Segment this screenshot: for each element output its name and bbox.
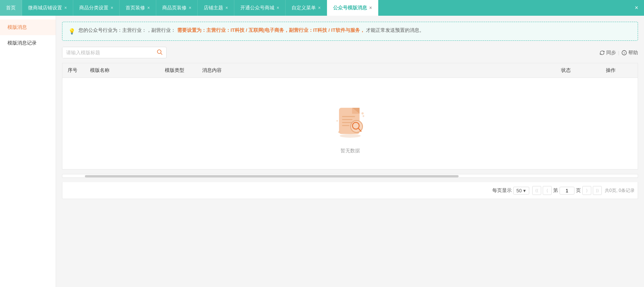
close-tab-product-decor[interactable]: ×	[189, 5, 191, 10]
col-header-action: 操作	[601, 63, 638, 78]
search-box	[62, 47, 167, 58]
help-button[interactable]: ? 帮助	[622, 49, 638, 56]
col-header-index: 序号	[62, 63, 85, 78]
first-page-button[interactable]: ⟨⟨	[532, 186, 541, 195]
prev-page-button[interactable]: ⟨	[543, 186, 552, 195]
tab-product-decor[interactable]: 商品页装修 ×	[156, 0, 198, 16]
notice-banner: 💡 您的公众号行业为：主营行业：，副营行业： 需要设置为：主营行业：IT科技 /…	[62, 22, 638, 41]
sidebar: 模版消息 模版消息记录	[0, 16, 56, 287]
tab-open-mall[interactable]: 开通公众号商城 ×	[234, 0, 286, 16]
table-header-row: 序号 模版名称 模版类型 消息内容 状态 操作	[62, 63, 638, 78]
tab-home[interactable]: 首页	[0, 0, 22, 16]
tab-store-theme[interactable]: 店铺主题 ×	[198, 0, 234, 16]
toolbar-row: 同步 | ? 帮助	[62, 47, 638, 58]
empty-state: 暂无数据	[62, 78, 638, 169]
data-table: 序号 模版名称 模版类型 消息内容 状态 操作	[62, 63, 638, 170]
tab-store-settings[interactable]: 微商城店铺设置 ×	[22, 0, 73, 16]
tab-custom-menu[interactable]: 自定义菜单 ×	[286, 0, 327, 16]
tab-category-settings[interactable]: 商品分类设置 ×	[73, 0, 120, 16]
notice-text: 您的公众号行业为：主营行业：，副营行业： 需要设置为：主营行业：IT科技 / 互…	[78, 27, 424, 34]
notice-icon: 💡	[68, 27, 76, 36]
col-header-name: 模版名称	[85, 63, 160, 78]
pagination-row: 每页显示 50 ▾ ⟨⟨ ⟨ 第 页 ⟩ ⟩⟩ 共0页, 0条记录	[62, 182, 638, 199]
close-tab-category-settings[interactable]: ×	[111, 5, 113, 10]
page-input[interactable]	[560, 187, 574, 195]
svg-text:?: ?	[623, 52, 625, 55]
scroll-thumb	[85, 175, 459, 177]
svg-point-0	[157, 50, 161, 54]
svg-point-14	[336, 120, 338, 122]
svg-point-13	[361, 112, 364, 115]
col-header-content: 消息内容	[197, 63, 556, 78]
close-tab-store-settings[interactable]: ×	[64, 5, 67, 10]
sidebar-item-template-msg-log[interactable]: 模版消息记录	[0, 35, 56, 51]
table-wrapper: 序号 模版名称 模版类型 消息内容 状态 操作	[62, 63, 638, 170]
empty-illustration	[330, 100, 371, 141]
svg-rect-9	[342, 125, 349, 126]
sync-button[interactable]: 同步	[600, 49, 616, 56]
next-page-button[interactable]: ⟩	[582, 186, 591, 195]
svg-rect-6	[342, 116, 355, 117]
total-info: 共0页, 0条记录	[605, 187, 635, 194]
tab-template-msg[interactable]: 公众号模版消息 ×	[327, 0, 378, 16]
content-area: 💡 您的公众号行业为：主营行业：，副营行业： 需要设置为：主营行业：IT科技 /…	[56, 16, 644, 287]
close-tab-store-theme[interactable]: ×	[225, 5, 228, 10]
sync-icon	[600, 50, 605, 55]
toolbar-divider: |	[618, 50, 619, 55]
tab-bar: 首页 微商城店铺设置 × 商品分类设置 × 首页装修 × 商品页装修 × 店铺主…	[0, 0, 644, 16]
col-header-status: 状态	[556, 63, 601, 78]
sidebar-item-template-msg[interactable]: 模版消息	[0, 19, 56, 35]
close-tab-custom-menu[interactable]: ×	[318, 5, 321, 10]
col-header-type: 模版类型	[160, 63, 197, 78]
close-all-tabs-button[interactable]: ×	[629, 0, 644, 16]
last-page-button[interactable]: ⟩⟩	[593, 186, 602, 195]
tab-home-decor[interactable]: 首页装修 ×	[120, 0, 156, 16]
svg-line-1	[161, 53, 162, 55]
search-icon	[157, 49, 163, 55]
search-button[interactable]	[153, 49, 166, 56]
toolbar-right: 同步 | ? 帮助	[600, 49, 638, 56]
search-input[interactable]	[62, 47, 153, 58]
dropdown-arrow-icon: ▾	[523, 188, 526, 193]
close-tab-home-decor[interactable]: ×	[147, 5, 150, 10]
close-tab-template-msg[interactable]: ×	[369, 5, 372, 10]
page-size-dropdown[interactable]: 50 ▾	[513, 187, 529, 195]
help-icon: ?	[622, 50, 627, 55]
svg-rect-7	[342, 119, 352, 120]
svg-point-4	[340, 134, 361, 138]
page-size-select: 每页显示 50 ▾	[492, 187, 529, 195]
page-navigation: ⟨⟨ ⟨ 第 页 ⟩ ⟩⟩	[532, 186, 602, 195]
svg-point-15	[338, 131, 340, 133]
main-layout: 模版消息 模版消息记录 💡 您的公众号行业为：主营行业：，副营行业： 需要设置为…	[0, 16, 644, 287]
scroll-bar-area[interactable]	[62, 174, 638, 178]
empty-text: 暂无数据	[341, 147, 360, 154]
close-tab-open-mall[interactable]: ×	[277, 5, 279, 10]
